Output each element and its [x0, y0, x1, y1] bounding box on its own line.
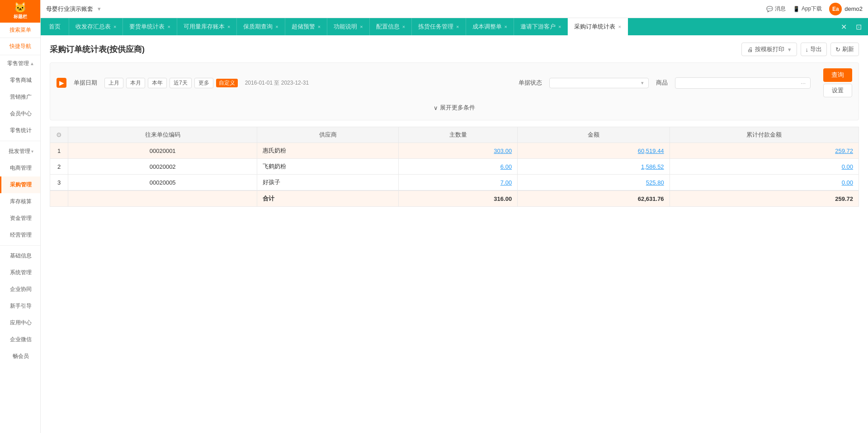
- sidebar-item-inventory[interactable]: 库存核算: [0, 193, 40, 210]
- logo-text: 标题栏: [14, 14, 27, 20]
- right-filters: 单据状态 ▾ 商品 ···: [519, 77, 811, 89]
- row-code-0: 00020001: [68, 143, 257, 159]
- footer-empty-2: [68, 190, 257, 207]
- sidebar-item-enterprise[interactable]: 企业协同: [0, 281, 40, 298]
- date-this-month-btn[interactable]: 本月: [126, 78, 145, 88]
- expand-more-button[interactable]: ∨ 展开更多条件: [57, 101, 852, 114]
- tabbar: 首页 收发存汇总表 × 要货单统计表 × 可用量库存账本 × 保质期查询 × 超…: [41, 18, 868, 35]
- expand-label: 展开更多条件: [440, 104, 475, 112]
- date-this-year-btn[interactable]: 本年: [148, 78, 167, 88]
- topbar-right: 💬 消息 📱 App下载 Ea demo2: [766, 3, 863, 15]
- tab-available-inventory[interactable]: 可用量库存账本 ×: [177, 18, 237, 35]
- tab-close-cost-adjust[interactable]: ×: [505, 24, 507, 29]
- table-settings-icon[interactable]: ⚙: [56, 131, 62, 138]
- footer-amount: 62,631.76: [518, 190, 670, 207]
- tab-expiry-query[interactable]: 保质期查询 ×: [237, 18, 285, 35]
- sidebar-item-app-center[interactable]: 应用中心: [0, 314, 40, 331]
- page-title-actions: 🖨 按模板打印 ▾ ↓ 导出 ↻ 刷新: [741, 43, 859, 56]
- tab-close-invite-downstream[interactable]: ×: [558, 24, 561, 29]
- date-last-month-btn[interactable]: 上月: [104, 78, 123, 88]
- sidebar-item-operations[interactable]: 经营管理: [0, 227, 40, 243]
- goods-input[interactable]: ···: [675, 77, 811, 89]
- tab-picking-task[interactable]: 拣货任务管理 ×: [412, 18, 466, 35]
- tab-close-overstock-warning[interactable]: ×: [318, 24, 321, 29]
- sidebar-item-finance[interactable]: 资金管理: [0, 210, 40, 227]
- print-icon: 🖨: [747, 46, 753, 53]
- filter-toggle-button[interactable]: ▶: [57, 78, 66, 88]
- sidebar-item-retail-shop[interactable]: 零售商城: [0, 72, 40, 89]
- tab-close-all-icon[interactable]: ✕: [838, 22, 849, 32]
- tab-invite-downstream[interactable]: 邀请下游客户 ×: [514, 18, 568, 35]
- tab-close-available-inventory[interactable]: ×: [227, 24, 230, 29]
- page-title: 采购订单统计表(按供应商): [50, 44, 145, 55]
- th-paid: 累计付款金额: [670, 127, 859, 143]
- sidebar-item-marketing[interactable]: 营销推广: [0, 89, 40, 105]
- row-amount-2[interactable]: 525.80: [518, 175, 670, 191]
- user-profile[interactable]: Ea demo2: [829, 3, 863, 15]
- row-amount-1[interactable]: 1,586.52: [518, 159, 670, 175]
- settings-button[interactable]: 设置: [823, 84, 852, 97]
- sidebar-item-retail-stats[interactable]: 零售统计: [0, 122, 40, 139]
- app-download-button[interactable]: 📱 App下载: [793, 5, 822, 13]
- tab-receive-summary[interactable]: 收发存汇总表 ×: [69, 18, 123, 35]
- date-custom-badge[interactable]: 自定义: [216, 79, 238, 87]
- avatar: Ea: [829, 3, 842, 15]
- tab-close-order-stats[interactable]: ×: [167, 24, 170, 29]
- print-button[interactable]: 🖨 按模板打印 ▾: [741, 43, 797, 56]
- row-qty-2[interactable]: 7.00: [399, 175, 518, 191]
- tab-close-function-desc[interactable]: ×: [360, 24, 363, 29]
- footer-label: 合计: [257, 190, 399, 207]
- tab-close-receive-summary[interactable]: ×: [113, 24, 116, 29]
- date-last-7days-btn[interactable]: 近7天: [170, 78, 192, 88]
- query-button[interactable]: 查询: [823, 68, 852, 82]
- sidebar: 🐱 标题栏 搜索菜单 快捷导航 零售管理 ▲ 零售商城 营销推广 会员中心 零售…: [0, 0, 41, 433]
- sidebar-item-new-guide[interactable]: 新手引导: [0, 298, 40, 314]
- footer-paid: 259.72: [670, 190, 859, 207]
- tab-cost-adjust[interactable]: 成本调整单 ×: [466, 18, 514, 35]
- row-qty-0[interactable]: 303.00: [399, 143, 518, 159]
- tab-close-purchase-order-stats[interactable]: ×: [618, 24, 621, 29]
- export-button[interactable]: ↓ 导出: [801, 43, 827, 56]
- tab-maximize-icon[interactable]: ⊡: [853, 22, 864, 32]
- sidebar-item-wholesale-mgmt[interactable]: 批发管理 ▾: [0, 143, 40, 160]
- date-more-btn[interactable]: 更多: [194, 78, 213, 88]
- tab-function-desc[interactable]: 功能说明 ×: [327, 18, 369, 35]
- sidebar-item-ecommerce[interactable]: 电商管理: [0, 160, 40, 176]
- tab-config-info[interactable]: 配置信息 ×: [370, 18, 412, 35]
- user-name: demo2: [844, 5, 863, 12]
- row-paid-2[interactable]: 0.00: [670, 175, 859, 191]
- print-dropdown-icon[interactable]: ▾: [788, 46, 791, 53]
- export-icon: ↓: [806, 46, 809, 53]
- status-select[interactable]: ▾: [549, 78, 649, 88]
- row-paid-1[interactable]: 0.00: [670, 159, 859, 175]
- sidebar-item-system[interactable]: 系统管理: [0, 264, 40, 281]
- row-code-2: 00020005: [68, 175, 257, 191]
- search-menu-area[interactable]: 搜索菜单: [0, 23, 40, 38]
- sidebar-item-purchase-mgmt[interactable]: 采购管理: [0, 176, 40, 193]
- row-amount-0[interactable]: 60,519.44: [518, 143, 670, 159]
- date-range-display: 2016-01-01 至 2023-12-31: [245, 79, 309, 87]
- tab-close-picking-task[interactable]: ×: [456, 24, 459, 29]
- tab-close-config-info[interactable]: ×: [402, 24, 405, 29]
- sidebar-item-enterprise-wechat[interactable]: 企业微信: [0, 331, 40, 348]
- refresh-button[interactable]: ↻ 刷新: [830, 43, 859, 56]
- sidebar-item-vip[interactable]: 畅会员: [0, 348, 40, 365]
- topbar-dropdown-icon[interactable]: ▾: [98, 5, 101, 12]
- tab-close-expiry-query[interactable]: ×: [275, 24, 278, 29]
- search-menu-label[interactable]: 搜索菜单: [3, 26, 38, 34]
- sidebar-item-member[interactable]: 会员中心: [0, 105, 40, 122]
- row-no-2: 3: [50, 175, 68, 191]
- data-table: ⚙ 往来单位编码 供应商 主数量 金额: [50, 127, 859, 207]
- page-title-bar: 采购订单统计表(按供应商) 🖨 按模板打印 ▾ ↓ 导出 ↻ 刷新: [50, 43, 859, 56]
- tab-purchase-order-stats[interactable]: 采购订单统计表 ×: [568, 18, 627, 35]
- quick-nav-area: 快捷导航: [0, 38, 40, 55]
- tab-home[interactable]: 首页: [41, 18, 69, 35]
- sidebar-item-retail-mgmt[interactable]: 零售管理 ▲: [0, 55, 40, 72]
- tab-overstock-warning[interactable]: 超储预警 ×: [285, 18, 327, 35]
- row-qty-1[interactable]: 6.00: [399, 159, 518, 175]
- message-button[interactable]: 💬 消息: [766, 5, 786, 13]
- sidebar-item-basic-info[interactable]: 基础信息: [0, 247, 40, 264]
- row-paid-0[interactable]: 259.72: [670, 143, 859, 159]
- tab-order-stats[interactable]: 要货单统计表 ×: [123, 18, 177, 35]
- more-options-icon[interactable]: ···: [801, 80, 806, 86]
